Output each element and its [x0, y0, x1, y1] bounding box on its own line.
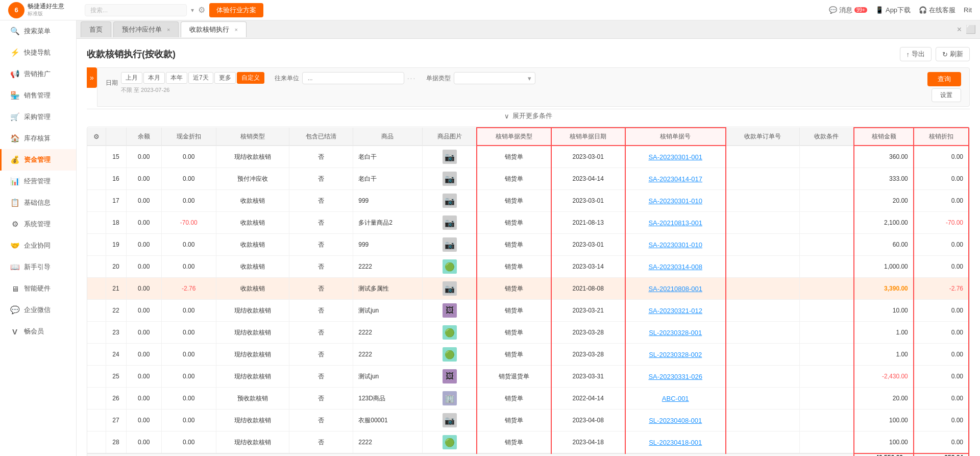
date-custom[interactable]: 自定义 [237, 72, 264, 84]
col-bill-no-cell[interactable]: SL-20230418-001 [625, 431, 726, 454]
tab-receipts[interactable]: 收款核销执行 × [181, 21, 246, 37]
col-included-clear-cell: 否 [289, 146, 353, 168]
col-bill-type-col-cell: 销货单 [477, 300, 551, 322]
sidebar-item-hardware[interactable]: 🖥 智能硬件 [0, 278, 76, 299]
sidebar-item-search[interactable]: 🔍 搜索菜单 [0, 20, 76, 42]
col-bill-no-cell[interactable]: SA-20230301-010 [625, 190, 726, 212]
tab-receipts-close[interactable]: × [234, 27, 237, 33]
col-bill-no-cell[interactable]: SL-20230408-001 [625, 410, 726, 431]
date-last-month[interactable]: 上月 [121, 72, 142, 84]
col-receipt-condition-cell [799, 388, 854, 410]
bill-no-link[interactable]: SA-20230331-026 [648, 373, 702, 380]
app-download-item[interactable]: 📱 App下载 [875, 6, 911, 15]
bill-no-link[interactable]: SL-20230408-001 [649, 417, 702, 424]
filter-expand-btn[interactable]: » [87, 67, 97, 88]
col-bill-no-cell[interactable]: SA-20230331-026 [625, 366, 726, 388]
export-btn[interactable]: ↑ 导出 [900, 47, 932, 61]
sidebar-item-basic[interactable]: 📋 基础信息 [0, 192, 76, 213]
tab-close-window-icon[interactable]: × [957, 25, 962, 34]
col-goods-cell: 测试jun [353, 366, 422, 388]
col-bill-type-col-cell: 销货单 [477, 234, 551, 256]
col-cash-discount-cell: 0.00 [161, 431, 216, 454]
col-bill-no-cell[interactable]: SL-20230328-001 [625, 322, 726, 344]
sidebar-item-guide[interactable]: 📖 新手引导 [0, 256, 76, 278]
bill-no-link[interactable]: SA-20230314-008 [648, 263, 702, 271]
date-7days[interactable]: 近7天 [188, 72, 213, 84]
user-item[interactable]: Rit [964, 6, 972, 14]
col-seq-cell: 22 [106, 300, 126, 322]
sidebar-item-quick-nav[interactable]: ⚡ 快捷导航 [0, 42, 76, 63]
bill-no-link[interactable]: SA-20230321-012 [648, 307, 702, 315]
col-bill-no-cell[interactable]: SA-20230314-008 [625, 256, 726, 278]
col-goods-cell: 老白干 [353, 146, 422, 168]
sidebar-item-system[interactable]: ⚙ 系统管理 [0, 213, 76, 235]
sidebar-item-member[interactable]: V 畅会员 [0, 321, 76, 342]
col-verify-amount-cell: 20.00 [854, 190, 913, 212]
sidebar-item-finance[interactable]: 💰 资金管理 [0, 149, 76, 171]
tab-maximize-icon[interactable]: ⬜ [966, 25, 976, 34]
partner-input[interactable] [302, 72, 404, 84]
date-this-year[interactable]: 本年 [166, 72, 187, 84]
sidebar-item-business[interactable]: 📊 经营管理 [0, 171, 76, 192]
setting-btn[interactable]: 设置 [932, 88, 961, 102]
col-balance-cell: 0.00 [126, 410, 161, 431]
logo-sub: 标准版 [28, 10, 64, 17]
col-balance-cell: 0.00 [126, 388, 161, 410]
bill-type-select[interactable] [454, 72, 535, 84]
industry-btn[interactable]: 体验行业方案 [209, 3, 263, 17]
tab-home[interactable]: 首页 [81, 21, 111, 37]
expand-more-bar[interactable]: ∨ 展开更多条件 [87, 109, 970, 123]
col-settings-cell [87, 300, 106, 322]
date-more[interactable]: 更多 [214, 72, 236, 84]
bill-no-link[interactable]: SL-20230328-001 [649, 329, 702, 337]
sidebar-item-inventory[interactable]: 🏠 库存核算 [0, 128, 76, 149]
bill-no-link[interactable]: SL-20230328-002 [649, 351, 702, 358]
col-bill-no-cell[interactable]: SA-20230321-012 [625, 300, 726, 322]
bill-no-link[interactable]: SA-20230301-001 [648, 153, 702, 161]
search-dropdown-arrow[interactable]: ▾ [191, 7, 194, 14]
col-bill-no-cell[interactable]: ABC-001 [625, 388, 726, 410]
online-service-item[interactable]: 🎧 在线客服 [919, 6, 955, 15]
bill-no-link[interactable]: SA-20210808-001 [648, 285, 702, 293]
col-settings[interactable]: ⚙ [87, 128, 106, 146]
col-verify-discount-cell: 0.00 [914, 190, 969, 212]
sidebar-item-wechat[interactable]: 💬 企业微信 [0, 299, 76, 321]
sidebar-item-sales[interactable]: 🏪 销售管理 [0, 85, 76, 106]
bill-no-link[interactable]: SA-20230301-010 [648, 197, 702, 205]
col-bill-no-cell[interactable]: SA-20230414-017 [625, 168, 726, 190]
col-balance-cell: 0.00 [126, 146, 161, 168]
col-bill-type-col-cell: 销货单 [477, 256, 551, 278]
bill-no-link[interactable]: SA-20210813-001 [648, 219, 702, 227]
bill-no-link[interactable]: SA-20230414-017 [648, 175, 702, 183]
table-row: 22 0.00 0.00 现结收款核销 否 测试jun 🖼 销货单 2023-0… [87, 300, 969, 322]
bill-no-link[interactable]: SL-20230418-001 [649, 439, 702, 446]
date-btns: 上月 本月 本年 近7天 更多 自定义 [121, 72, 264, 84]
user-label: Rit [964, 6, 972, 14]
col-bill-no-cell[interactable]: SA-20230301-001 [625, 146, 726, 168]
sidebar-item-purchase[interactable]: 🛒 采购管理 [0, 106, 76, 128]
date-this-month[interactable]: 本月 [143, 72, 165, 84]
col-included-clear-cell: 否 [289, 300, 353, 322]
tab-prepay[interactable]: 预付冲应付单 × [113, 21, 179, 37]
col-bill-no-cell[interactable]: SA-20210813-001 [625, 212, 726, 234]
bill-no-link[interactable]: SA-20230301-010 [648, 241, 702, 249]
table-row: 21 0.00 -2.76 收款核销 否 测试多属性 📷 销货单 2021-08… [87, 278, 969, 300]
col-bill-no-cell[interactable]: SA-20210808-001 [625, 278, 726, 300]
marketing-icon: 📢 [10, 69, 20, 79]
sidebar-item-marketing[interactable]: 📢 营销推广 [0, 63, 76, 85]
sidebar-label-enterprise: 企业协同 [24, 241, 51, 250]
col-seq [106, 128, 126, 146]
col-bill-no-cell[interactable]: SL-20230328-002 [625, 344, 726, 366]
col-seq-cell: 20 [106, 256, 126, 278]
top-search-input[interactable] [85, 4, 187, 16]
col-seq-cell: 18 [106, 212, 126, 234]
tab-prepay-close[interactable]: × [167, 27, 170, 33]
refresh-btn[interactable]: ↻ 刷新 [936, 47, 970, 61]
messages-item[interactable]: 💬 消息 99+ [829, 6, 867, 15]
query-btn[interactable]: 查询 [927, 72, 961, 86]
sidebar-item-enterprise[interactable]: 🤝 企业协同 [0, 235, 76, 256]
col-bill-no-cell[interactable]: SA-20230301-010 [625, 234, 726, 256]
settings-icon[interactable]: ⚙ [198, 5, 205, 15]
col-bill-type-col-cell: 销货单 [477, 388, 551, 410]
bill-no-link[interactable]: ABC-001 [662, 395, 689, 402]
